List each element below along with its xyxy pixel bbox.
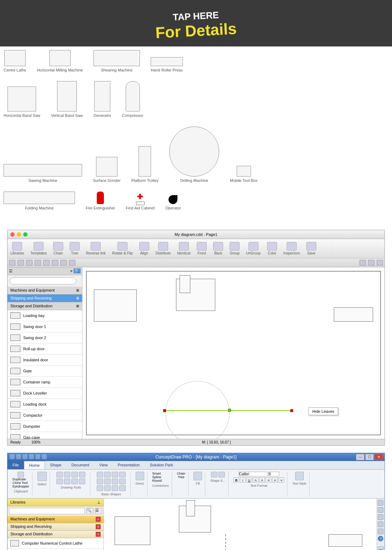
toolbar-reverse-link[interactable]: Reverse link bbox=[86, 242, 106, 255]
machine-shape[interactable] bbox=[94, 289, 137, 322]
toolbar-group[interactable]: Group bbox=[230, 242, 240, 255]
smart-conn[interactable]: Smart bbox=[152, 472, 169, 475]
tool-arc[interactable] bbox=[43, 260, 50, 266]
library-search[interactable] bbox=[9, 508, 85, 514]
traffic-lights[interactable] bbox=[10, 232, 27, 237]
stencil-operator[interactable]: Operator bbox=[165, 195, 181, 210]
ad-banner[interactable]: TAP HERE For Details bbox=[0, 0, 392, 46]
category-item[interactable]: Machines and Equipment⊗ bbox=[7, 287, 82, 294]
tab-presentation[interactable]: Presentation bbox=[113, 461, 145, 469]
machine-shape[interactable] bbox=[115, 516, 150, 545]
shape-item[interactable]: Loading bay bbox=[7, 310, 82, 321]
category-item[interactable]: Machines and Equipment× bbox=[7, 516, 104, 523]
category-item[interactable]: Storage and Distribution⊗ bbox=[7, 302, 82, 310]
category-item[interactable]: Storage and Distribution× bbox=[7, 531, 104, 538]
close-icon[interactable] bbox=[10, 232, 15, 237]
shape-item[interactable]: Insulated door bbox=[7, 355, 82, 366]
close-icon[interactable]: ⊗ bbox=[76, 296, 79, 301]
toolbar-inspectors[interactable]: Inspectors bbox=[283, 242, 300, 255]
stencil-h-milling[interactable]: Horizontal Milling Machine bbox=[37, 50, 83, 72]
panel-icon[interactable] bbox=[378, 507, 383, 513]
close-icon[interactable]: ⊗ bbox=[76, 304, 79, 308]
hand-icon[interactable] bbox=[377, 260, 383, 266]
libraries-header[interactable]: Libraries⊥ bbox=[7, 499, 104, 506]
toolbar-back[interactable]: Back bbox=[213, 242, 223, 255]
shape-item[interactable]: Centre Lathe bbox=[7, 549, 104, 550]
stencil-generator[interactable]: Generator bbox=[94, 81, 111, 118]
zoom-out-icon[interactable] bbox=[360, 260, 366, 266]
toolbar-libraries[interactable]: Libraries bbox=[10, 242, 24, 255]
toolbar-templates[interactable]: Templates bbox=[30, 242, 47, 255]
shape-item[interactable]: Compactor bbox=[7, 410, 82, 421]
browse-icon[interactable]: ☰ bbox=[95, 508, 102, 514]
tool-pointer[interactable] bbox=[9, 260, 15, 266]
paste-icon[interactable] bbox=[17, 472, 24, 477]
pointer-icon[interactable] bbox=[37, 472, 47, 481]
machine-shape[interactable] bbox=[179, 506, 211, 532]
win-titlebar[interactable]: ConceptDraw PRO - [My diagram - Page1] —… bbox=[7, 453, 385, 461]
direct-icon[interactable] bbox=[136, 472, 144, 480]
close-icon[interactable]: × bbox=[96, 524, 101, 529]
help-icon[interactable]: ? bbox=[378, 536, 383, 541]
stencil-toolbox[interactable]: Mobile Tool Box bbox=[230, 166, 257, 183]
zoom-in-icon[interactable] bbox=[368, 260, 375, 266]
tab-view[interactable]: View bbox=[94, 461, 113, 469]
ribbon-group-fill[interactable]: Fill bbox=[191, 472, 205, 496]
shape-item[interactable]: Swing door 2 bbox=[7, 332, 82, 343]
shape-item[interactable]: Gate bbox=[7, 366, 82, 377]
stencil-v-bandsaw[interactable]: Vertical Band Saw bbox=[51, 81, 83, 118]
font-select[interactable] bbox=[239, 472, 267, 476]
tab-solution-park[interactable]: Solution Park bbox=[145, 461, 178, 469]
shape-item[interactable]: Dumpster bbox=[7, 421, 82, 432]
textstyle-icon[interactable] bbox=[295, 472, 304, 480]
machine-shape[interactable] bbox=[186, 500, 195, 516]
category-item[interactable]: Shipping and Receiving× bbox=[7, 523, 104, 531]
tool-rect[interactable] bbox=[17, 260, 24, 266]
toolbar-tree[interactable]: Tree bbox=[70, 242, 80, 255]
eyedropper-button[interactable]: Eyedropper bbox=[12, 485, 29, 488]
italic-button[interactable]: I bbox=[240, 477, 246, 482]
canvas[interactable]: Hide Leaves bbox=[82, 267, 385, 439]
dynamic-help-tab[interactable]: Dynamic Help bbox=[378, 546, 384, 550]
close-icon[interactable]: ⊗ bbox=[76, 288, 79, 293]
align-center[interactable]: ≡ bbox=[272, 477, 278, 482]
shape-item[interactable]: Computer Numerical Control Lathe bbox=[7, 538, 104, 549]
pin-icon[interactable]: ⊥ bbox=[97, 500, 101, 505]
zoom-icon[interactable] bbox=[23, 232, 27, 237]
tool-ellipse[interactable] bbox=[26, 260, 32, 266]
machine-shape[interactable] bbox=[180, 275, 190, 293]
ribbon-group-direct[interactable]: Direct bbox=[133, 472, 147, 496]
toolbar-ungroup[interactable]: UnGroup bbox=[246, 242, 261, 255]
toolbar-align[interactable]: Align bbox=[139, 242, 149, 255]
shape-item[interactable]: Gas cage bbox=[7, 432, 82, 439]
clone-button[interactable]: Clone Tool bbox=[12, 481, 29, 485]
tool-curve[interactable] bbox=[69, 260, 75, 266]
stencil-h-bandsaw[interactable]: Horizontal Band Saw bbox=[4, 86, 40, 118]
tab-file[interactable]: File bbox=[7, 461, 24, 469]
door-arc[interactable] bbox=[165, 413, 230, 439]
tool-text[interactable] bbox=[52, 260, 58, 266]
search-icon[interactable]: 🔍 bbox=[74, 268, 81, 273]
bold-button[interactable]: B bbox=[233, 477, 239, 482]
tool-connector[interactable] bbox=[60, 260, 67, 266]
category-item[interactable]: Shipping and Receiving⊗ bbox=[7, 294, 82, 302]
stencil-drilling[interactable]: Drilling Machine bbox=[169, 127, 219, 183]
mac-titlebar[interactable]: My diagram.cdd - Page1 bbox=[7, 230, 385, 239]
door-arc[interactable] bbox=[165, 381, 230, 413]
round-conn[interactable]: Round bbox=[152, 479, 169, 482]
spline-conn[interactable]: Spline bbox=[152, 475, 169, 479]
panel-icon[interactable] bbox=[378, 514, 383, 520]
close-icon[interactable]: × bbox=[96, 517, 101, 522]
search-icon[interactable]: 🔍 bbox=[86, 508, 94, 514]
quick-access-toolbar[interactable] bbox=[10, 454, 47, 459]
machine-shape[interactable] bbox=[334, 307, 373, 322]
underline-button[interactable]: U bbox=[246, 477, 252, 482]
toolbar-front[interactable]: Front bbox=[197, 242, 207, 255]
ribbon-group-textstyle[interactable]: Text Style bbox=[290, 472, 310, 496]
panel-icon[interactable] bbox=[378, 500, 383, 506]
machine-shape[interactable] bbox=[328, 534, 362, 547]
tab-shape[interactable]: Shape bbox=[45, 461, 66, 469]
shape-item[interactable]: Swing door 1 bbox=[7, 321, 82, 332]
stencil-sawing[interactable]: Sawing Machine bbox=[4, 164, 82, 183]
toolbar-color[interactable]: Color bbox=[267, 242, 277, 255]
